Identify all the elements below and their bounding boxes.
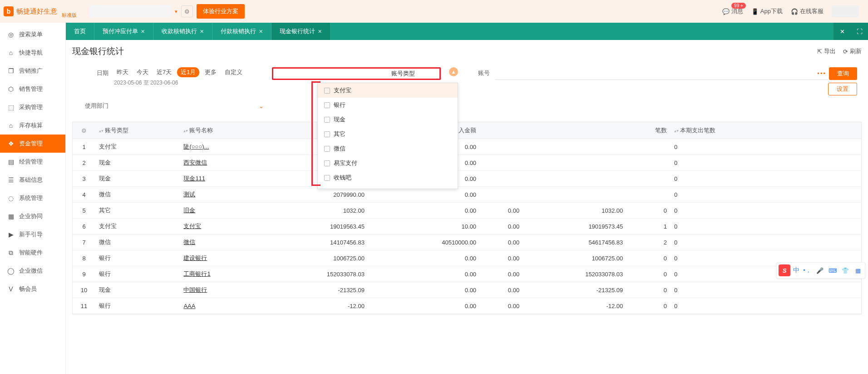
cell-c5: 0.00 — [480, 250, 523, 266]
date-option[interactable]: 近1月 — [177, 67, 199, 77]
sidebar-item-system[interactable]: ◌系统管理 — [0, 189, 65, 207]
ime-keyboard-icon[interactable]: ⌨ — [828, 265, 838, 275]
tab[interactable]: 收款核销执行✕ — [153, 23, 212, 40]
dropdown-item[interactable]: 支付宝 — [318, 83, 458, 98]
account-link[interactable]: 西安微信 — [183, 159, 207, 166]
cell-type: 微信 — [95, 187, 180, 203]
sidebar-item-purchase[interactable]: ⬚采购管理 — [0, 98, 65, 116]
col-expense-count[interactable]: ▴▾本期支出笔数 — [671, 122, 861, 139]
checkbox[interactable] — [324, 175, 330, 181]
account-link[interactable]: 中国银行 — [183, 286, 207, 293]
sidebar-item-member[interactable]: V畅会员 — [0, 280, 65, 298]
messages-link[interactable]: 💬 消息 99 + — [722, 7, 743, 15]
close-icon[interactable]: ✕ — [200, 29, 204, 35]
col-count[interactable]: 笔数 — [626, 122, 671, 139]
sidebar-item-operation[interactable]: ▤经营管理 — [0, 153, 65, 171]
export-button[interactable]: ⇱ 导出 — [817, 47, 836, 55]
sidebar-item-wechat[interactable]: ◯企业微信 — [0, 262, 65, 280]
date-option[interactable]: 自定义 — [222, 67, 245, 77]
ime-skin-icon[interactable]: 👕 — [840, 265, 850, 275]
sidebar-item-inventory[interactable]: ⌂库存核算 — [0, 116, 65, 135]
sidebar-item-sales[interactable]: ⬡销售管理 — [0, 80, 65, 98]
account-link[interactable]: 测试 — [183, 191, 195, 198]
dropdown-item[interactable]: 现金 — [318, 112, 458, 127]
date-option[interactable]: 今天 — [134, 67, 151, 77]
fullscreen-button[interactable]: ⛶ — [851, 23, 868, 40]
checkbox[interactable] — [324, 88, 330, 94]
sidebar-item-label: 搜索菜单 — [19, 30, 43, 39]
ime-toolbox-icon[interactable]: ▦ — [853, 265, 863, 275]
date-option[interactable]: 更多 — [202, 67, 219, 77]
header-actions: ⇱ 导出 ⟳ 刷新 — [817, 47, 862, 55]
account-type-field[interactable] — [418, 70, 436, 77]
user-avatar[interactable] — [832, 5, 859, 17]
ime-lang[interactable]: 中 — [793, 266, 799, 274]
dropdown-item[interactable]: 其它 — [318, 127, 458, 141]
tab[interactable]: 付款核销执行✕ — [212, 23, 271, 40]
sidebar-icon: ⬚ — [7, 104, 15, 111]
sidebar-item-hardware[interactable]: ⧉智能硬件 — [0, 244, 65, 262]
account-link[interactable]: 旧金 — [183, 207, 195, 214]
table-settings-header[interactable]: ⚙ — [73, 122, 95, 139]
close-all-tabs-button[interactable]: ✕ — [833, 23, 851, 40]
settings-button[interactable]: 设置 — [828, 83, 857, 95]
checkbox[interactable] — [324, 102, 330, 108]
collapse-filter-button[interactable]: ▲ — [449, 67, 458, 76]
sidebar: ◎搜索菜单⌂快捷导航❐营销推广⬡销售管理⬚采购管理⌂库存核算❖资金管理▤经营管理… — [0, 23, 66, 374]
refresh-button[interactable]: ⟳ 刷新 — [843, 47, 862, 55]
sidebar-item-guide[interactable]: ▶新手引导 — [0, 225, 65, 244]
sidebar-item-label: 快捷导航 — [19, 49, 43, 57]
dropdown-item[interactable]: 银行 — [318, 98, 458, 112]
checkbox[interactable] — [324, 160, 330, 166]
account-link[interactable]: 建设银行 — [183, 254, 207, 261]
sidebar-item-marketing[interactable]: ❐营销推广 — [0, 62, 65, 80]
tab[interactable]: 现金银行统计✕ — [271, 23, 330, 40]
account-link[interactable]: 现金111 — [183, 175, 205, 182]
dropdown-item[interactable]: 长沙银行 — [318, 185, 458, 189]
tab[interactable]: 首页 — [66, 23, 94, 40]
col-account-name[interactable]: ▴▾账号名称 — [180, 122, 264, 139]
tabs-right: ✕ ⛶ — [833, 23, 868, 40]
account-link[interactable]: 工商银行1 — [183, 270, 210, 277]
close-icon[interactable]: ✕ — [259, 29, 263, 35]
date-options: 昨天今天近7天近1月更多自定义 — [114, 67, 245, 77]
more-dots-icon[interactable]: ••• — [817, 70, 826, 77]
dropdown-list[interactable]: 支付宝银行现金其它微信易宝支付收钱吧长沙银行 — [318, 83, 458, 189]
customer-service-link[interactable]: 🎧 在线客服 — [791, 7, 824, 15]
account-link[interactable]: 微信 — [183, 239, 195, 245]
ime-toolbar[interactable]: S 中 •， 🎤 ⌨ 👕 ▦ — [776, 262, 865, 279]
checkbox[interactable] — [324, 131, 330, 137]
date-option[interactable]: 昨天 — [114, 67, 131, 77]
col-account-type[interactable]: ▴▾账号类型 — [95, 122, 180, 139]
tab[interactable]: 预付冲应付单✕ — [94, 23, 153, 40]
sidebar-item-base[interactable]: ☰基础信息 — [0, 171, 65, 189]
date-option[interactable]: 近7天 — [154, 67, 174, 77]
app-download-link[interactable]: 📱 App下载 — [751, 7, 783, 15]
ime-mic-icon[interactable]: 🎤 — [815, 265, 825, 275]
account-input[interactable]: ••• — [495, 67, 828, 80]
sidebar-item-coop[interactable]: ▦企业协同 — [0, 207, 65, 225]
account-link[interactable]: 陡(○○○)... — [183, 143, 209, 150]
dropdown-item[interactable]: 易宝支付 — [318, 156, 458, 170]
dropdown-item[interactable]: 微信 — [318, 141, 458, 156]
account-link[interactable]: AAA — [183, 303, 195, 309]
ime-punct-icon[interactable]: •， — [802, 265, 812, 275]
department-select[interactable]: ⌄ — [114, 100, 264, 113]
company-selector[interactable] — [89, 5, 171, 18]
sidebar-item-search[interactable]: ◎搜索菜单 — [0, 25, 65, 44]
sidebar-item-quicknav[interactable]: ⌂快捷导航 — [0, 44, 65, 62]
checkbox[interactable] — [324, 146, 330, 152]
settings-gear-button[interactable]: ⚙ — [181, 5, 193, 17]
try-industry-button[interactable]: 体验行业方案 — [197, 4, 245, 19]
checkbox[interactable] — [324, 117, 330, 123]
query-button[interactable]: 查询 — [829, 67, 857, 80]
cell-income: 0.00 — [368, 203, 480, 219]
dropdown-item[interactable]: 收钱吧 — [318, 170, 458, 185]
export-label: 导出 — [824, 47, 836, 55]
chevron-down-icon[interactable]: ▾ — [175, 9, 178, 15]
account-type-input[interactable]: 账号类型 — [272, 67, 441, 80]
sidebar-item-capital[interactable]: ❖资金管理 — [0, 135, 65, 153]
close-icon[interactable]: ✕ — [318, 29, 322, 35]
account-link[interactable]: 支付宝 — [183, 223, 201, 229]
close-icon[interactable]: ✕ — [141, 29, 145, 35]
